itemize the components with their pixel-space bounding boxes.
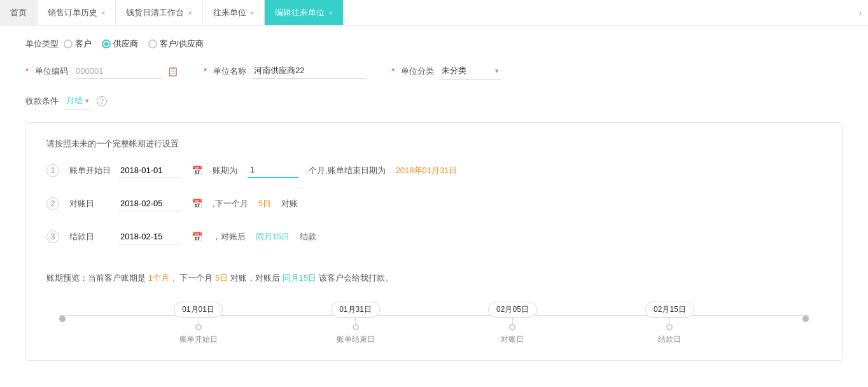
timeline-label-2: 01月31日 xyxy=(331,302,380,318)
tab-cash-work-label: 钱货日清工作台 xyxy=(126,7,184,18)
timeline-point-1: 01月01日 账单开始日 xyxy=(174,302,223,345)
name-label: 单位名称 xyxy=(213,66,246,77)
timeline-sub-4: 结款日 xyxy=(658,334,681,345)
card-title: 请按照未来的一个完整帐期进行设置 xyxy=(46,138,822,150)
payment-select[interactable]: 月结 ▾ xyxy=(64,92,92,109)
radio-customer-label: 客户 xyxy=(75,38,92,50)
left-dot-circle xyxy=(59,316,66,322)
tab-sales-history[interactable]: 销售订单历史 × xyxy=(38,0,116,25)
timeline-stem-3 xyxy=(512,318,513,324)
right-dot-circle xyxy=(802,316,809,322)
payment-suffix: 结款 xyxy=(300,231,316,243)
reconcile-date-input[interactable] xyxy=(118,196,181,211)
preview-reconcile-post: 对账，对账后 xyxy=(230,273,280,283)
start-date-input[interactable] xyxy=(118,163,181,178)
timeline-label-4: 02月15日 xyxy=(645,302,694,318)
close-icon[interactable]: × xyxy=(188,9,192,17)
code-input[interactable] xyxy=(73,64,162,79)
radio-both-circle xyxy=(148,39,157,48)
category-label: 单位分类 xyxy=(401,66,434,77)
chevron-down-icon: ▾ xyxy=(85,97,89,105)
timeline-point-2: 01月31日 账单结束日 xyxy=(331,302,380,345)
preview-section: 账期预览：当前客户账期是 1个月， 下一个月 5日 对账，对账后 同月15日 该… xyxy=(46,262,822,345)
radio-supplier[interactable]: 供应商 xyxy=(102,38,138,50)
code-label: 单位编码 xyxy=(35,66,68,77)
reconcile-prefix: ,下一个月 xyxy=(213,198,248,209)
timeline-stem-2 xyxy=(355,318,356,324)
reconcile-calendar-icon[interactable]: 📅 xyxy=(192,199,202,209)
payment-label: 收款条件 xyxy=(25,95,59,107)
close-icon[interactable]: × xyxy=(101,9,105,17)
payment-date-input[interactable] xyxy=(118,229,181,244)
timeline-right-dot xyxy=(802,312,809,322)
preview-reconcile-pre: 下一个月 xyxy=(179,273,213,283)
category-select[interactable]: 未分类 ▾ xyxy=(439,62,501,80)
payment-field: 收款条件 月结 ▾ ? xyxy=(25,92,107,109)
timeline-stem-4 xyxy=(669,318,670,324)
preview-reconcile-day: 5日 xyxy=(215,273,228,283)
timeline-dot-2 xyxy=(353,324,359,330)
period-suffix: 个月,账单结束日期为 xyxy=(309,165,386,176)
timeline-sub-1: 账单开始日 xyxy=(179,334,218,345)
preview-period: 1个月， xyxy=(148,273,178,283)
unit-type-row: 单位类型 客户 供应商 客户/供应商 xyxy=(25,38,843,50)
close-icon[interactable]: × xyxy=(250,9,254,17)
row-label-2: 对账日 xyxy=(69,198,108,209)
radio-both[interactable]: 客户/供应商 xyxy=(148,38,204,50)
row-num-1: 1 xyxy=(46,164,59,177)
name-input[interactable] xyxy=(251,64,366,79)
radio-supplier-label: 供应商 xyxy=(113,38,138,50)
tab-home-label: 首页 xyxy=(10,7,27,18)
timeline-points: 01月01日 账单开始日 01月31日 账单结束日 02月05日 xyxy=(59,302,809,345)
tab-cash-work[interactable]: 钱货日清工作台 × xyxy=(116,0,202,25)
setting-row-3: 3 结款日 📅 ，对账后 同月15日 结款 xyxy=(46,229,822,244)
timeline-point-3: 02月05日 对账日 xyxy=(488,302,537,345)
calendar-icon[interactable]: 📋 xyxy=(167,66,178,76)
preview-label: 账期预览：当前客户账期是 xyxy=(46,273,146,283)
radio-group: 客户 供应商 客户/供应商 xyxy=(64,38,204,50)
tab-partner[interactable]: 往来单位 × xyxy=(203,0,265,25)
reconcile-suffix: 对账 xyxy=(281,198,298,209)
preview-text: 账期预览：当前客户账期是 1个月， 下一个月 5日 对账，对账后 同月15日 该… xyxy=(46,272,822,284)
tab-more-button[interactable]: › xyxy=(853,0,868,25)
tab-sales-history-label: 销售订单历史 xyxy=(48,7,97,18)
category-field: * 单位分类 未分类 ▾ xyxy=(391,62,501,80)
settings-card: 请按照未来的一个完整帐期进行设置 1 账单开始日 📅 账期为 个月,账单结束日期… xyxy=(25,122,843,361)
category-value: 未分类 xyxy=(442,65,493,76)
name-field: * 单位名称 xyxy=(204,64,366,79)
row-num-3: 3 xyxy=(46,230,59,243)
period-input[interactable] xyxy=(248,162,298,178)
main-content: 单位类型 客户 供应商 客户/供应商 * 单位编码 xyxy=(0,25,868,387)
row-num-2: 2 xyxy=(46,197,59,210)
tab-bar: 首页 销售订单历史 × 钱货日清工作台 × 往来单位 × 编辑往来单位 × › xyxy=(0,0,868,25)
timeline-dot-4 xyxy=(666,324,673,330)
chevron-right-icon: › xyxy=(859,8,862,17)
tab-edit-partner[interactable]: 编辑往来单位 × xyxy=(265,0,343,25)
payment-day-highlight: 同月15日 xyxy=(256,231,290,243)
timeline-sub-3: 对账日 xyxy=(501,334,524,345)
radio-customer[interactable]: 客户 xyxy=(64,38,92,50)
close-icon[interactable]: × xyxy=(328,9,332,17)
payment-calendar-icon[interactable]: 📅 xyxy=(192,232,202,242)
reconcile-day-highlight: 5日 xyxy=(258,198,271,209)
name-required: * xyxy=(204,66,207,76)
tab-partner-label: 往来单位 xyxy=(213,7,246,18)
unit-type-field: 单位类型 客户 供应商 客户/供应商 xyxy=(25,38,204,50)
setting-row-2: 2 对账日 📅 ,下一个月 5日 对账 xyxy=(46,196,822,211)
end-date-highlight: 2018年01月31日 xyxy=(396,165,458,176)
help-icon[interactable]: ? xyxy=(97,96,107,106)
category-required: * xyxy=(391,66,395,76)
tab-home[interactable]: 首页 xyxy=(0,0,38,25)
timeline-point-4: 02月15日 结款日 xyxy=(645,302,694,345)
code-name-row: * 单位编码 📋 * 单位名称 * 单位分类 未分类 ▾ xyxy=(25,62,843,80)
timeline-dot-1 xyxy=(195,324,202,330)
row-label-1: 账单开始日 xyxy=(69,165,108,176)
code-required: * xyxy=(25,66,29,76)
start-calendar-icon[interactable]: 📅 xyxy=(192,165,202,176)
radio-both-label: 客户/供应商 xyxy=(160,38,204,50)
timeline-left-dot xyxy=(59,312,66,322)
chevron-down-icon: ▾ xyxy=(495,67,499,75)
timeline-sub-2: 账单结束日 xyxy=(337,334,375,345)
setting-row-1: 1 账单开始日 📅 账期为 个月,账单结束日期为 2018年01月31日 xyxy=(46,162,822,178)
timeline-container: 01月01日 账单开始日 01月31日 账单结束日 02月05日 xyxy=(46,302,822,345)
